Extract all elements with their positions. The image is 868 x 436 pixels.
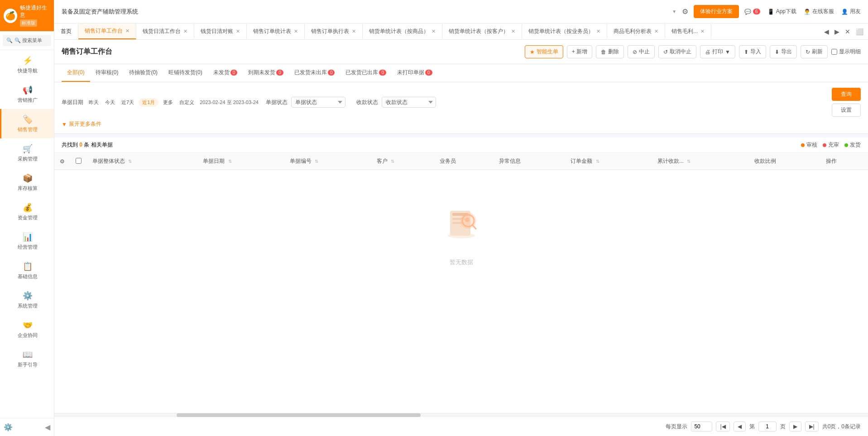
import-button[interactable]: ⬆ 导入: [739, 45, 766, 58]
sidebar-item-purchase[interactable]: 🛒 采购管理: [0, 138, 54, 168]
sub-tab-unshipped[interactable]: 未发货0: [208, 64, 243, 82]
online-service-button[interactable]: 👨‍💼 在线客服: [804, 8, 834, 15]
tab-sales-stat-close[interactable]: ✕: [294, 28, 298, 34]
date-btn-1month[interactable]: 近1月: [139, 98, 158, 107]
display-detail-checkbox[interactable]: [831, 49, 837, 55]
horizontal-scrollbar[interactable]: [54, 413, 868, 417]
sidebar-item-operation-label: 经营管理: [18, 244, 38, 251]
tab-sales-more[interactable]: 销售毛利... ✕: [665, 24, 711, 39]
add-button[interactable]: + 新增: [567, 45, 592, 58]
sidebar-item-sales[interactable]: 🏷️ 销售管理: [0, 109, 54, 138]
expand-filter-button[interactable]: ▼ 展开更多条件: [62, 120, 861, 128]
date-btn-more[interactable]: 更多: [161, 98, 175, 107]
export-button[interactable]: ⬇ 导出: [770, 45, 797, 58]
sidebar-item-guide[interactable]: 📖 新手引导: [0, 344, 54, 374]
collapse-button[interactable]: ◀: [45, 423, 50, 431]
sub-tab-expired-unship[interactable]: 到期未发货0: [243, 64, 289, 82]
sort-icon-customer[interactable]: ⇅: [391, 159, 394, 164]
tab-sales-order[interactable]: 销售订单工作台 ✕: [78, 24, 136, 39]
last-page-button[interactable]: ▶|: [805, 422, 819, 431]
tab-next-button[interactable]: ▶: [833, 26, 841, 37]
sort-icon-doc-no[interactable]: ⇅: [315, 159, 318, 164]
date-btn-7days[interactable]: 近7天: [120, 98, 136, 107]
scrollbar-thumb[interactable]: [177, 413, 421, 417]
industry-solution-button[interactable]: 体验行业方案: [694, 5, 739, 18]
app-download-button[interactable]: 📱 App下载: [767, 8, 796, 15]
tab-home[interactable]: 首页: [54, 24, 78, 39]
print-button[interactable]: 🖨 打印 ▼: [700, 45, 735, 58]
sidebar-item-operation[interactable]: 📊 经营管理: [0, 227, 54, 256]
current-page-input[interactable]: 1: [758, 422, 777, 431]
refresh-button[interactable]: ↻ 刷新: [801, 45, 828, 58]
tab-gross-profit[interactable]: 商品毛利分析表 ✕: [607, 24, 665, 39]
tab-gross-profit-close[interactable]: ✕: [654, 28, 658, 34]
tab-sales-more-close[interactable]: ✕: [700, 28, 705, 34]
date-btn-today[interactable]: 今天: [103, 98, 117, 107]
user-button[interactable]: 👤 用友: [841, 8, 861, 15]
sidebar-item-finance[interactable]: 💰 资金管理: [0, 197, 54, 227]
tab-sales-exec[interactable]: 销售订单执行表 ✕: [305, 24, 363, 39]
delete-button[interactable]: 🗑 删除: [596, 45, 624, 58]
tab-cash-reconcile[interactable]: 钱货日清对账 ✕: [194, 24, 247, 39]
sidebar-item-system[interactable]: ⚙️ 系统管理: [0, 285, 54, 315]
doc-status-select[interactable]: 单据状态: [291, 97, 345, 108]
set-button[interactable]: 设置: [832, 104, 861, 117]
uncheck-action-button[interactable]: 充审: [823, 141, 839, 149]
sort-icon-doc-date[interactable]: ⇅: [228, 159, 232, 164]
ship-action-button[interactable]: 发货: [844, 141, 861, 149]
stop-button[interactable]: ⊘ 中止: [628, 45, 655, 58]
tab-sales-stat-customer[interactable]: 销货单统计表（按客户） ✕: [442, 24, 522, 39]
settings-gear-icon[interactable]: ⚙: [682, 7, 688, 16]
sub-tab-shipped-not-out[interactable]: 已发货未出库0: [289, 64, 340, 82]
sort-icon-amount[interactable]: ⇅: [596, 159, 599, 164]
tab-sales-exec-close[interactable]: ✕: [352, 28, 356, 34]
search-menu-button[interactable]: 🔍 🔍 搜索菜单: [3, 35, 51, 46]
sidebar-item-marketing[interactable]: 📢 营销推广: [0, 80, 54, 109]
tab-close-all-button[interactable]: ✕: [843, 26, 852, 37]
query-button[interactable]: 查询: [832, 88, 861, 101]
sub-tab-pending-check[interactable]: 待抽验货(0): [124, 64, 163, 82]
sub-tab-wangpu-ship[interactable]: 旺铺待发货(0): [163, 64, 208, 82]
tab-sales-stat[interactable]: 销售订单统计表 ✕: [247, 24, 305, 39]
tab-sales-stat-product-close[interactable]: ✕: [432, 28, 436, 34]
date-btn-yesterday[interactable]: 昨天: [87, 98, 101, 107]
sort-icon-doc-status[interactable]: ⇅: [128, 159, 132, 164]
system-dropdown-icon[interactable]: ▼: [672, 9, 676, 14]
display-detail-label[interactable]: 显示明细: [831, 48, 861, 56]
sidebar-item-enterprise[interactable]: 🤝 企业协同: [0, 315, 54, 344]
tab-nav-buttons: ◀ ▶ ✕ ⬜: [820, 26, 868, 37]
sort-icon-payment[interactable]: ⇅: [687, 159, 691, 164]
tab-sales-stat-customer-close[interactable]: ✕: [511, 28, 515, 34]
prev-page-button[interactable]: ◀: [734, 422, 746, 431]
payment-status-select[interactable]: 收款状态: [382, 97, 436, 108]
sidebar-item-quick-nav[interactable]: ⚡ 快捷导航: [0, 50, 54, 80]
smart-order-button[interactable]: ★ 智能生单: [525, 45, 563, 58]
tab-sales-order-close[interactable]: ✕: [125, 28, 129, 34]
sub-tab-unprinted[interactable]: 未打印单据0: [392, 64, 438, 82]
date-btn-custom[interactable]: 自定义: [177, 98, 196, 107]
tab-cash-daily-close[interactable]: ✕: [183, 28, 187, 34]
tab-sales-stat-staff-close[interactable]: ✕: [596, 28, 600, 34]
tab-sales-stat-product[interactable]: 销货单统计表（按商品） ✕: [363, 24, 442, 39]
tab-cash-reconcile-close[interactable]: ✕: [236, 28, 240, 34]
cancel-stop-button[interactable]: ↺ 取消中止: [658, 45, 696, 58]
tab-sales-stat-staff[interactable]: 销货单统计表（按业务员） ✕: [522, 24, 607, 39]
export-icon: ⬇: [775, 49, 779, 55]
settings-button[interactable]: ⚙️: [4, 423, 13, 431]
first-page-button[interactable]: |◀: [716, 422, 729, 431]
sidebar-item-basic[interactable]: 📋 基础信息: [0, 256, 54, 285]
next-page-button[interactable]: ▶: [789, 422, 801, 431]
select-all-checkbox[interactable]: [76, 158, 82, 164]
message-button[interactable]: 💬 6: [744, 9, 760, 15]
page-size-select[interactable]: 20 50 100: [691, 422, 712, 431]
th-operation: 操作: [820, 153, 868, 170]
sub-tab-pending-review[interactable]: 待审核(0): [90, 64, 124, 82]
column-settings-icon[interactable]: ⚙: [60, 158, 65, 165]
tab-maximize-button[interactable]: ⬜: [854, 26, 865, 37]
sub-tab-shipped-out[interactable]: 已发货已出库0: [340, 64, 392, 82]
sub-tab-all[interactable]: 全部(0): [62, 64, 90, 82]
review-action-button[interactable]: 审核: [801, 141, 817, 149]
sidebar-item-inventory[interactable]: 📦 库存核算: [0, 168, 54, 197]
tab-prev-button[interactable]: ◀: [822, 26, 831, 37]
tab-cash-daily[interactable]: 钱货日清工作台 ✕: [136, 24, 194, 39]
